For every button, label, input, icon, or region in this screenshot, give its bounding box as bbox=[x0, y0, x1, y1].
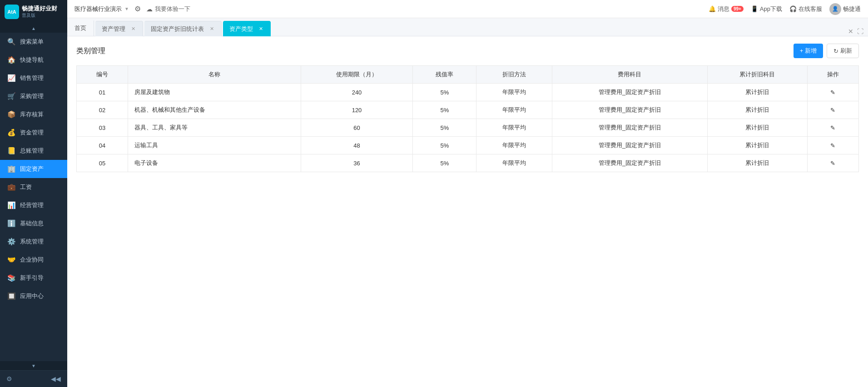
sidebar: AtA 畅捷通好业财 普及版 ▲ 🔍搜索菜单🏠快捷导航📈销售管理🛒采购管理📦库存… bbox=[0, 0, 67, 387]
quick-nav-icon: 🏠 bbox=[7, 56, 15, 64]
tab-asset-mgmt[interactable]: 资产管理 ✕ bbox=[95, 21, 143, 36]
table-cell: 01 bbox=[77, 84, 128, 101]
sidebar-item-operations[interactable]: 📊经营管理 bbox=[0, 196, 67, 214]
sidebar-label-sales: 销售管理 bbox=[20, 74, 44, 82]
sidebar-label-purchase: 采购管理 bbox=[20, 92, 44, 100]
table-cell: 管理费用_固定资产折旧 bbox=[552, 137, 707, 154]
tab-expand-icon[interactable]: ⛶ bbox=[856, 27, 864, 36]
collapse-icon[interactable]: ◀◀ bbox=[51, 375, 61, 382]
user-menu-btn[interactable]: 👤 畅捷通 bbox=[829, 3, 861, 15]
notifications-label: 消息 bbox=[718, 5, 729, 13]
table-cell[interactable]: ✎ bbox=[807, 101, 858, 119]
table-cell: 年限平均 bbox=[476, 119, 552, 137]
sidebar-item-guide[interactable]: 📚新手引导 bbox=[0, 269, 67, 287]
table-cell: 03 bbox=[77, 119, 128, 137]
col-header: 累计折旧科目 bbox=[707, 66, 807, 84]
sidebar-label-capital: 资金管理 bbox=[20, 129, 44, 137]
tab-close-icon[interactable]: ✕ bbox=[847, 27, 854, 36]
tab-depreciation-stat-close[interactable]: ✕ bbox=[208, 26, 215, 32]
company-name: 医疗器械行业演示 bbox=[74, 5, 122, 13]
salary-icon: 💼 bbox=[7, 183, 15, 191]
sidebar-label-inventory: 库存核算 bbox=[20, 110, 44, 119]
table-cell: 5% bbox=[413, 101, 476, 119]
sidebar-item-inventory[interactable]: 📦库存核算 bbox=[0, 105, 67, 124]
table-row: 05电子设备365%年限平均管理费用_固定资产折旧累计折旧✎ bbox=[77, 154, 859, 172]
table-cell: 机器、机械和其他生产设备 bbox=[128, 101, 301, 119]
table-cell[interactable]: ✎ bbox=[807, 119, 858, 137]
sidebar-item-sales[interactable]: 📈销售管理 bbox=[0, 69, 67, 87]
table-cell: 02 bbox=[77, 101, 128, 119]
company-selector[interactable]: 医疗器械行业演示 ▼ bbox=[74, 5, 129, 13]
table-cell: 器具、工具、家具等 bbox=[128, 119, 301, 137]
customer-service-label: 在线客服 bbox=[799, 5, 822, 13]
table-cell: 房屋及建筑物 bbox=[128, 84, 301, 101]
table-cell[interactable]: ✎ bbox=[807, 84, 858, 101]
table-cell: 管理费用_固定资产折旧 bbox=[552, 84, 707, 101]
fixed-assets-icon: 🏢 bbox=[7, 165, 15, 173]
sidebar-item-quick-nav[interactable]: 🏠快捷导航 bbox=[0, 51, 67, 69]
table-cell: 36 bbox=[301, 154, 413, 172]
sidebar-item-capital[interactable]: 💰资金管理 bbox=[0, 124, 67, 142]
main-area: 医疗器械行业演示 ▼ ⚙ ☁ 我要体验一下 🔔 消息 99+ 📱 App下载 🎧… bbox=[67, 0, 868, 387]
refresh-button[interactable]: ↻ 刷新 bbox=[827, 44, 859, 58]
sidebar-item-search[interactable]: 🔍搜索菜单 bbox=[0, 33, 67, 51]
col-header: 使用期限（月） bbox=[301, 66, 413, 84]
refresh-icon: ↻ bbox=[833, 48, 838, 55]
notifications-btn[interactable]: 🔔 消息 99+ bbox=[709, 5, 744, 13]
guide-icon: 📚 bbox=[7, 274, 15, 282]
sidebar-item-enterprise[interactable]: 🤝企业协同 bbox=[0, 251, 67, 269]
tab-asset-type[interactable]: 资产类型 ✕ bbox=[223, 21, 271, 36]
sidebar-label-search: 搜索菜单 bbox=[20, 38, 44, 46]
topbar: 医疗器械行业演示 ▼ ⚙ ☁ 我要体验一下 🔔 消息 99+ 📱 App下载 🎧… bbox=[67, 0, 868, 18]
table-cell: 5% bbox=[413, 154, 476, 172]
table-cell: 管理费用_固定资产折旧 bbox=[552, 154, 707, 172]
table-header-row: 编号名称使用期限（月）残值率折旧方法费用科目累计折旧科目操作 bbox=[77, 66, 859, 84]
sidebar-item-app-center[interactable]: 🔲应用中心 bbox=[0, 287, 67, 305]
table-cell: 年限平均 bbox=[476, 154, 552, 172]
settings-icon[interactable]: ⚙ bbox=[134, 5, 141, 13]
table-cell: 电子设备 bbox=[128, 154, 301, 172]
app-download-label: App下载 bbox=[760, 5, 782, 13]
table-cell: 年限平均 bbox=[476, 101, 552, 119]
tabs-controls: ✕ ⛶ bbox=[847, 27, 868, 36]
scroll-up-btn[interactable]: ▲ bbox=[0, 24, 67, 33]
col-header: 费用科目 bbox=[552, 66, 707, 84]
table-cell[interactable]: ✎ bbox=[807, 137, 858, 154]
table-cell: 累计折旧 bbox=[707, 119, 807, 137]
sidebar-label-guide: 新手引导 bbox=[20, 274, 44, 282]
sidebar-item-salary[interactable]: 💼工资 bbox=[0, 178, 67, 196]
new-button[interactable]: + 新增 bbox=[794, 44, 823, 58]
logo-sub: 普及版 bbox=[22, 12, 57, 19]
scroll-down-btn[interactable]: ▼ bbox=[0, 361, 67, 370]
settings-bottom-icon[interactable]: ⚙ bbox=[6, 375, 12, 382]
capital-icon: 💰 bbox=[7, 129, 15, 137]
logo-icon: AtA bbox=[5, 5, 19, 19]
company-arrow-icon: ▼ bbox=[124, 6, 129, 11]
sidebar-label-system: 系统管理 bbox=[20, 238, 44, 246]
logo-name: 畅捷通好业财 bbox=[22, 5, 57, 13]
sidebar-item-ledger[interactable]: 📒总账管理 bbox=[0, 142, 67, 160]
table-head: 编号名称使用期限（月）残值率折旧方法费用科目累计折旧科目操作 bbox=[77, 66, 859, 84]
sidebar-bottom: ⚙ ◀◀ bbox=[0, 370, 67, 387]
sidebar-nav: 🔍搜索菜单🏠快捷导航📈销售管理🛒采购管理📦库存核算💰资金管理📒总账管理🏢固定资产… bbox=[0, 33, 67, 361]
table-cell: 累计折旧 bbox=[707, 137, 807, 154]
sidebar-item-purchase[interactable]: 🛒采购管理 bbox=[0, 87, 67, 105]
experience-btn[interactable]: ☁ 我要体验一下 bbox=[146, 5, 190, 13]
basic-info-icon: ℹ️ bbox=[7, 219, 15, 228]
sidebar-item-fixed-assets[interactable]: 🏢固定资产 bbox=[0, 160, 67, 178]
page-title-row: 类别管理 + 新增 ↻ 刷新 bbox=[76, 44, 859, 58]
tab-home[interactable]: 首页 bbox=[67, 20, 94, 36]
tab-asset-type-close[interactable]: ✕ bbox=[258, 26, 264, 32]
table-cell[interactable]: ✎ bbox=[807, 154, 858, 172]
table-cell: 管理费用_固定资产折旧 bbox=[552, 101, 707, 119]
col-header: 名称 bbox=[128, 66, 301, 84]
app-download-btn[interactable]: 📱 App下载 bbox=[751, 5, 782, 13]
customer-service-btn[interactable]: 🎧 在线客服 bbox=[789, 5, 822, 13]
tab-asset-mgmt-close[interactable]: ✕ bbox=[130, 26, 136, 32]
sidebar-item-basic-info[interactable]: ℹ️基础信息 bbox=[0, 214, 67, 233]
tab-depreciation-stat[interactable]: 固定资产折旧统计表 ✕ bbox=[144, 21, 222, 36]
notifications-badge: 99+ bbox=[731, 6, 744, 12]
sidebar-item-system[interactable]: ⚙️系统管理 bbox=[0, 233, 67, 251]
table-cell: 年限平均 bbox=[476, 84, 552, 101]
col-header: 操作 bbox=[807, 66, 858, 84]
